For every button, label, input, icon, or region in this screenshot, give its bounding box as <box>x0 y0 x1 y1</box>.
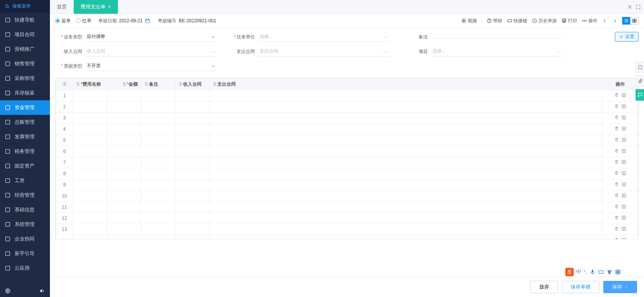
keyboard-icon[interactable] <box>598 269 604 275</box>
delete-row-icon[interactable] <box>614 159 619 164</box>
tab-home[interactable]: 首页 <box>50 0 74 14</box>
add-row-icon[interactable] <box>621 159 626 164</box>
table-settings-icon[interactable] <box>62 81 67 86</box>
volume-icon[interactable] <box>39 288 45 294</box>
ime-mode[interactable]: 中 <box>576 269 581 275</box>
delete-row-icon[interactable] <box>614 93 619 98</box>
col-expense[interactable]: ⇅支出合同 <box>210 79 603 90</box>
col-income[interactable]: ⇅收入合同 <box>175 79 210 90</box>
tab-close-icon[interactable]: × <box>108 4 111 10</box>
table-row[interactable]: 10 <box>56 191 638 202</box>
expense-contract-select[interactable]: 支出合同··· <box>259 46 389 56</box>
toolbox-icon[interactable] <box>615 269 621 275</box>
calendar-icon[interactable] <box>145 18 150 23</box>
partner-select[interactable]: 选择...··· <box>259 32 389 42</box>
add-row-icon[interactable] <box>621 115 626 120</box>
view-grid[interactable] <box>630 17 639 25</box>
save-button[interactable]: 保存 <box>603 281 637 293</box>
delete-row-icon[interactable] <box>614 137 619 142</box>
delete-row-icon[interactable] <box>614 182 619 187</box>
add-row-icon[interactable] <box>621 193 626 198</box>
add-row-icon[interactable] <box>621 148 626 153</box>
delete-row-icon[interactable] <box>614 193 619 198</box>
more-icon[interactable]: ··· <box>211 49 216 54</box>
add-row-icon[interactable] <box>621 237 626 239</box>
table-row[interactable]: 4 <box>56 124 638 135</box>
add-row-icon[interactable] <box>621 126 626 131</box>
nav-next-icon[interactable] <box>612 18 618 23</box>
project-select[interactable]: 选择...··· <box>432 46 562 56</box>
table-row[interactable]: 1 <box>56 90 638 101</box>
sidebar-item-17[interactable]: 云应用 <box>0 261 50 275</box>
delete-row-icon[interactable] <box>614 204 619 209</box>
sidebar-item-8[interactable]: 发票管理 <box>0 129 50 144</box>
col-name[interactable]: ⇅*费用名称 <box>73 79 107 90</box>
dock-chat[interactable] <box>636 89 644 101</box>
sidebar-item-3[interactable]: 销售管理 <box>0 56 50 71</box>
action-history[interactable]: 历史单据 <box>532 18 557 24</box>
dock-note[interactable] <box>636 61 644 73</box>
save-draft-button[interactable]: 保存草稿 <box>562 281 599 293</box>
sidebar-item-14[interactable]: 系统管理 <box>0 217 50 232</box>
settings-icon[interactable] <box>5 288 11 294</box>
col-remark[interactable]: ⇅备注 <box>141 79 175 90</box>
view-list[interactable] <box>622 17 631 25</box>
close-window-icon[interactable] <box>627 4 632 10</box>
tab-expense-form[interactable]: 费用支出单 × <box>74 0 118 14</box>
add-row-icon[interactable] <box>621 93 626 98</box>
delete-row-icon[interactable] <box>614 104 619 109</box>
more-icon[interactable]: ··· <box>556 49 561 54</box>
table-row[interactable]: 2 <box>56 101 638 113</box>
delete-row-icon[interactable] <box>614 237 619 239</box>
table-row[interactable]: 11 <box>56 202 638 213</box>
add-row-icon[interactable] <box>621 226 626 231</box>
income-contract-select[interactable]: 收入合同··· <box>86 46 217 56</box>
ime-punct[interactable]: °, <box>584 269 588 275</box>
discard-button[interactable]: 放弃 <box>530 281 558 293</box>
sidebar-item-10[interactable]: 固定资产 <box>0 159 50 173</box>
sidebar-item-5[interactable]: 库存核算 <box>0 86 50 100</box>
add-row-icon[interactable] <box>621 182 626 187</box>
skin-icon[interactable] <box>606 269 613 275</box>
more-icon[interactable]: ··· <box>384 34 389 40</box>
add-row-icon[interactable] <box>621 137 626 142</box>
sidebar-item-13[interactable]: 基础信息 <box>0 202 50 217</box>
delete-row-icon[interactable] <box>614 171 619 176</box>
radio-blue[interactable]: 蓝单 <box>55 18 71 24</box>
sidebar-item-1[interactable]: 项目合同 <box>0 27 50 42</box>
add-row-icon[interactable] <box>621 104 626 109</box>
table-row[interactable]: 3 <box>56 113 638 124</box>
action-operate[interactable]: 操作 <box>582 18 598 24</box>
table-row[interactable]: 7 <box>56 157 638 168</box>
remark-input[interactable] <box>432 35 562 39</box>
delete-row-icon[interactable] <box>614 148 619 153</box>
delete-row-icon[interactable] <box>614 226 619 231</box>
action-print[interactable]: 打印 <box>561 18 577 24</box>
more-icon[interactable]: ··· <box>384 49 389 54</box>
sidebar-item-9[interactable]: 税务管理 <box>0 144 50 159</box>
dock-attach[interactable] <box>636 75 644 87</box>
table-row[interactable]: 12 <box>56 213 638 224</box>
add-row-icon[interactable] <box>621 171 626 176</box>
biz-type-select[interactable]: 应付调整 <box>86 32 217 42</box>
col-amount[interactable]: ⇅*金额 <box>107 79 141 90</box>
fullscreen-icon[interactable] <box>636 4 641 10</box>
add-row-icon[interactable] <box>621 204 626 209</box>
sidebar-item-7[interactable]: 总账管理 <box>0 115 50 129</box>
sidebar-item-0[interactable]: 快捷导航 <box>0 13 50 27</box>
delete-row-icon[interactable] <box>614 115 619 120</box>
sidebar-search[interactable]: 搜索菜单 <box>0 0 50 13</box>
nav-prev-icon[interactable] <box>602 18 608 23</box>
sidebar-item-12[interactable]: 经营管理 <box>0 188 50 202</box>
sidebar-item-2[interactable]: 营销推广 <box>0 42 50 56</box>
radio-red[interactable]: 红单 <box>76 18 91 24</box>
settings-button[interactable]: 设置 <box>615 32 639 41</box>
bill-date-value[interactable]: 2022-09-21 <box>119 18 142 23</box>
delete-row-icon[interactable] <box>614 215 619 220</box>
table-row[interactable]: 14 <box>56 235 638 240</box>
sidebar-item-4[interactable]: 采购管理 <box>0 71 50 86</box>
table-row[interactable]: 5 <box>56 135 638 146</box>
sidebar-item-15[interactable]: 企业协同 <box>0 232 50 246</box>
sidebar-item-16[interactable]: 新手引导 <box>0 246 50 261</box>
add-row-icon[interactable] <box>621 215 626 220</box>
